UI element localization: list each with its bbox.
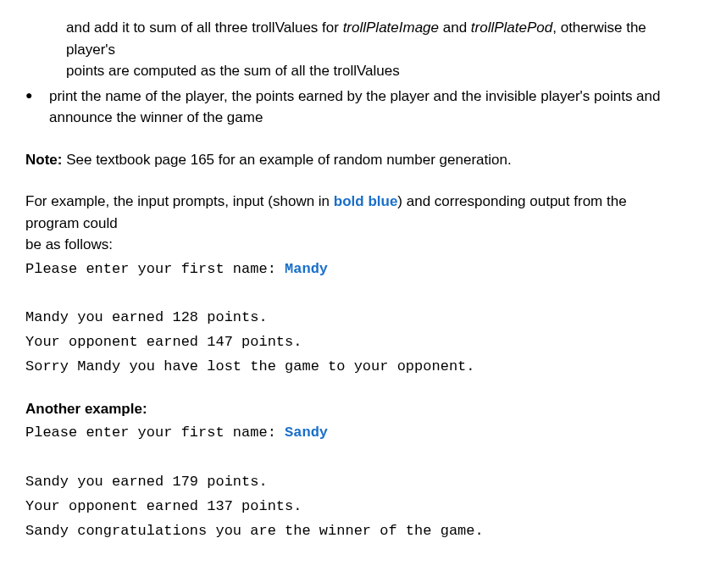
note-text: See textbook page 165 for an example of … — [62, 152, 511, 168]
output-line: Sandy congratulations you are the winner… — [25, 523, 484, 539]
continuation-fragment: and add it to sum of all three trollValu… — [66, 17, 679, 82]
output-line: Your opponent earned 147 points. — [25, 334, 302, 350]
example-intro: For example, the input prompts, input (s… — [25, 191, 679, 256]
italic-text: trollPlateImage — [343, 19, 439, 36]
text-line: points are computed as the sum of all th… — [66, 60, 679, 82]
output-line: Mandy you earned 128 points. — [25, 309, 268, 325]
text-line: print the name of the player, the points… — [49, 86, 679, 108]
italic-text: trollPlatePod — [471, 19, 552, 36]
output-line: Sandy you earned 179 points. — [25, 474, 268, 490]
bold-blue-text: bold blue — [334, 193, 398, 209]
bullet-content: print the name of the player, the points… — [49, 86, 679, 129]
text-line: be as follows: — [25, 234, 679, 256]
bullet-icon: ● — [25, 86, 49, 129]
user-input: Sandy — [285, 424, 328, 441]
text-line: announce the winner of the game — [49, 107, 679, 129]
text: For example, the input prompts, input (s… — [25, 193, 334, 209]
user-input: Mandy — [285, 261, 328, 277]
text: and add it to sum of all three trollValu… — [66, 19, 343, 36]
example1-block: Please enter your first name: Mandy Mand… — [25, 258, 679, 380]
note-line: Note: See textbook page 165 for an examp… — [25, 149, 679, 171]
note-label: Note: — [25, 152, 62, 168]
another-example-label: Another example: — [25, 398, 679, 420]
output-line: Your opponent earned 137 points. — [25, 498, 302, 514]
prompt-text: Please enter your first name: — [25, 261, 285, 277]
bullet-item: ● print the name of the player, the poin… — [25, 86, 679, 129]
example2-block: Please enter your first name: Sandy Sand… — [25, 421, 679, 543]
prompt-text: Please enter your first name: — [25, 424, 285, 441]
text: and — [439, 19, 471, 36]
output-line: Sorry Mandy you have lost the game to yo… — [25, 358, 475, 374]
